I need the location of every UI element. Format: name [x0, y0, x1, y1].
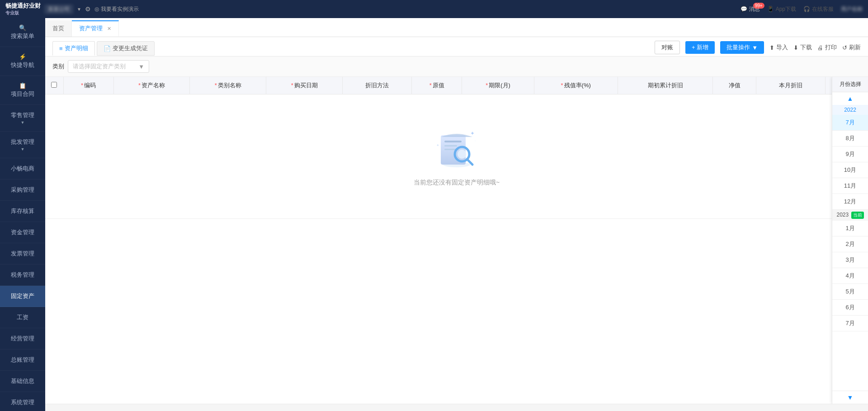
month-item-2022-12[interactable]: 12月 — [832, 194, 868, 210]
year-2022-label: 2022 — [832, 105, 868, 115]
col-period: *期限(月) — [462, 77, 534, 94]
batch-arrow-icon: ▼ — [752, 44, 758, 51]
top-bar-right: 💬 消息 99+ 📱 App下载 🎧 在线客服 用户名称 — [741, 5, 863, 13]
print-icon: 🖨 — [817, 44, 823, 51]
month-item-2022-11[interactable]: 11月 — [832, 178, 868, 194]
duizhang-button[interactable]: 对账 — [655, 41, 680, 54]
tab-close-icon[interactable]: ✕ — [107, 26, 111, 32]
service-icon: 🎧 — [803, 6, 810, 12]
sidebar-item-general-ledger[interactable]: 总账管理 — [0, 350, 45, 371]
svg-rect-3 — [444, 145, 457, 146]
tab-home[interactable]: 首页 — [45, 20, 72, 37]
month-panel-header: 月份选择 — [832, 77, 868, 92]
month-nav-down-button[interactable]: ▼ — [844, 393, 856, 402]
sidebar-item-ecommerce[interactable]: 小畅电商 — [0, 158, 45, 180]
table-header-row: *编码 *资产名称 *类别名称 *购买日期 折旧方法 *原值 *期限(月) *残… — [45, 77, 868, 94]
empty-text: 当前您还没有固定资产明细哦~ — [414, 179, 500, 187]
message-button[interactable]: 💬 消息 99+ — [741, 5, 760, 13]
year-2023-label: 2023 当前 — [832, 210, 868, 221]
sidebar-item-fixed-assets[interactable]: 固定资产 — [0, 286, 45, 307]
svg-rect-2 — [444, 141, 462, 142]
sidebar-item-retail[interactable]: 零售管理 ▼ — [0, 105, 45, 132]
user-profile[interactable]: 用户名称 — [841, 5, 863, 13]
wholesale-arrow-icon: ▼ — [21, 147, 25, 151]
svg-point-6 — [458, 150, 467, 159]
col-category: *类别名称 — [190, 77, 266, 94]
sub-tab-voucher[interactable]: 📄 变更生成凭证 — [97, 41, 155, 56]
scroll-bar-area[interactable] — [45, 404, 868, 411]
filter-category-label: 类别 — [52, 62, 64, 71]
assets-table: *编码 *资产名称 *类别名称 *购买日期 折旧方法 *原值 *期限(月) *残… — [45, 77, 868, 219]
batch-button[interactable]: 批量操作 ▼ — [720, 41, 764, 54]
sidebar-item-operation-mgmt[interactable]: 经营管理 — [0, 328, 45, 350]
company-selector[interactable]: 某某公司 — [44, 5, 73, 14]
col-purchase-date: *购买日期 — [266, 77, 343, 94]
month-item-2023-03[interactable]: 3月 — [832, 252, 868, 268]
month-item-2023-05[interactable]: 5月 — [832, 284, 868, 300]
select-all-checkbox[interactable] — [51, 82, 57, 88]
month-item-2022-09[interactable]: 9月 — [832, 146, 868, 162]
sidebar-item-system[interactable]: 系统管理 — [0, 392, 45, 411]
table-body: ✦ · ✦ 当前您还没有固定资产明细哦~ — [45, 94, 868, 219]
download-toolbar-icon: ⬇ — [793, 44, 798, 51]
sub-tab-bar: ≡ 资产明细 📄 变更生成凭证 对账 + 新增 批量操作 ▼ — [45, 37, 868, 57]
month-item-2022-10[interactable]: 10月 — [832, 162, 868, 178]
tab-bar: 首页 资产管理 ✕ — [45, 18, 868, 37]
current-year-badge: 当前 — [851, 212, 864, 219]
sub-tab-detail[interactable]: ≡ 资产明细 — [52, 41, 95, 56]
month-item-2023-04[interactable]: 4月 — [832, 268, 868, 284]
month-item-2022-08[interactable]: 8月 — [832, 131, 868, 146]
print-button[interactable]: 🖨 打印 — [817, 43, 837, 52]
svg-text:✦: ✦ — [436, 143, 439, 147]
category-select[interactable]: 请选择固定资产类别 ▼ — [68, 60, 149, 73]
month-item-2022-07[interactable]: 7月 — [832, 115, 868, 131]
import-button[interactable]: ⬆ 导入 — [769, 43, 788, 52]
import-icon: ⬆ — [769, 44, 774, 51]
sidebar-item-finance[interactable]: 资金管理 — [0, 222, 45, 243]
month-nav-up: ▲ — [832, 92, 868, 105]
month-item-2023-06[interactable]: 6月 — [832, 300, 868, 316]
sidebar-item-basic-info[interactable]: 基础信息 — [0, 371, 45, 392]
sidebar-item-inventory[interactable]: 库存核算 — [0, 201, 45, 222]
month-item-2023-07[interactable]: 7月 — [832, 316, 868, 331]
month-panel: 月份选择 ▲ 2022 7月 8月 9月 10月 11月 12月 — [832, 77, 868, 404]
col-name: *资产名称 — [113, 77, 190, 94]
col-original-value: *原值 — [412, 77, 462, 94]
company-chevron-icon[interactable]: ▼ — [77, 7, 81, 12]
category-placeholder: 请选择固定资产类别 — [73, 62, 126, 71]
filter-bar: 类别 请选择固定资产类别 ▼ — [45, 57, 868, 77]
sidebar-item-quick-nav[interactable]: ⚡ 快捷导航 — [0, 47, 45, 76]
col-accumulated-depreciation: 期初累计折旧 — [618, 77, 713, 94]
col-depreciation-method: 折旧方法 — [343, 77, 412, 94]
col-residual-rate: *残值率(%) — [534, 77, 618, 94]
month-item-2023-02[interactable]: 2月 — [832, 236, 868, 252]
download-button[interactable]: ⬇ 下载 — [793, 43, 812, 52]
table-area: *编码 *资产名称 *类别名称 *购买日期 折旧方法 *原值 *期限(月) *残… — [45, 77, 868, 404]
content-area: 首页 资产管理 ✕ ≡ 资产明细 📄 变更生成凭证 — [45, 18, 868, 411]
tab-asset-management[interactable]: 资产管理 ✕ — [72, 20, 119, 37]
month-nav-up-button[interactable]: ▲ — [844, 94, 856, 103]
sidebar-item-project-contract[interactable]: 📋 项目合同 — [0, 76, 45, 105]
sidebar-item-salary[interactable]: 工资 — [0, 307, 45, 328]
project-icon: 📋 — [19, 82, 26, 89]
message-badge: 99+ — [753, 3, 764, 9]
app-download-button[interactable]: 📱 App下载 — [767, 5, 796, 13]
online-service-button[interactable]: 🎧 在线客服 — [803, 5, 834, 13]
top-bar-left: 畅捷通好业财 专业版 某某公司 ▼ ⚙ ◎ 我要看实例演示 — [5, 2, 139, 16]
refresh-button[interactable]: ↺ 刷新 — [842, 43, 861, 52]
month-item-2023-01[interactable]: 1月 — [832, 221, 868, 236]
demo-link[interactable]: ◎ 我要看实例演示 — [94, 5, 139, 13]
sidebar-item-invoice[interactable]: 发票管理 — [0, 243, 45, 265]
page-content: ≡ 资产明细 📄 变更生成凭证 对账 + 新增 批量操作 ▼ — [45, 37, 868, 411]
sidebar-item-purchase[interactable]: 采购管理 — [0, 180, 45, 201]
sidebar-item-wholesale[interactable]: 批发管理 ▼ — [0, 132, 45, 158]
col-checkbox — [45, 77, 63, 94]
sidebar-item-search[interactable]: 🔍 搜索菜单 — [0, 18, 45, 47]
sidebar-item-tax[interactable]: 税务管理 — [0, 265, 45, 286]
empty-state: ✦ · ✦ 当前您还没有固定资产明细哦~ — [49, 99, 864, 214]
add-button[interactable]: + 新增 — [685, 41, 715, 54]
category-select-arrow-icon: ▼ — [138, 63, 144, 70]
settings-icon[interactable]: ⚙ — [85, 5, 91, 13]
col-code: *编码 — [63, 77, 113, 94]
download-icon: 📱 — [767, 6, 774, 12]
